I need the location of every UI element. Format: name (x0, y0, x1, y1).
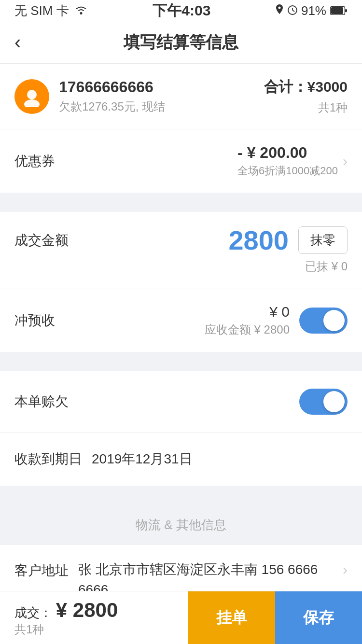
round-button[interactable]: 抹零 (298, 226, 348, 254)
customer-card: 17666666666 欠款1276.35元, 现结 合计：¥3000 共1种 … (0, 64, 362, 193)
prepay-section: 冲预收 ¥ 0 应收金额 ¥ 2800 (0, 289, 362, 352)
divider-line-right (236, 525, 348, 525)
chevron-right-icon: › (343, 153, 348, 169)
section-divider-2 (0, 362, 362, 371)
bottom-bar: 成交： ¥ 2800 共1种 挂单 保存 (0, 591, 362, 644)
customer-sub-info: 欠款1276.35元, 现结 (59, 99, 264, 114)
section-divider-1 (0, 202, 362, 212)
bottom-amount: ¥ 2800 (56, 599, 118, 621)
svg-point-7 (27, 90, 37, 99)
prepay-row: 冲预收 ¥ 0 应收金额 ¥ 2800 (14, 304, 348, 337)
deal-amount-label: 成交金额 (14, 231, 69, 250)
page-title: 填写结算等信息 (124, 31, 238, 54)
debt-toggle[interactable] (299, 389, 348, 415)
bottom-summary: 成交： ¥ 2800 共1种 (0, 591, 188, 644)
coupon-right: - ¥ 200.00 全场6折满1000减200 › (237, 144, 348, 178)
amount-row: 成交金额 2800 抹零 (14, 226, 348, 254)
logistics-text: 物流 & 其他信息 (136, 517, 226, 533)
status-time: 下午4:03 (153, 1, 210, 21)
customer-phone: 17666666666 (59, 78, 264, 96)
status-bar: 无 SIM 卡 下午4:03 91% (0, 0, 362, 21)
clock-icon (288, 3, 297, 18)
coupon-info: - ¥ 200.00 全场6折满1000减200 (237, 144, 338, 178)
debt-label: 本单赊欠 (14, 392, 69, 411)
hold-button[interactable]: 挂单 (188, 591, 275, 644)
divider-line-left (14, 525, 126, 525)
debt-card: 本单赊欠 收款到期日 2019年12月31日 (0, 371, 362, 486)
section-divider-3 (0, 495, 362, 505)
status-left: 无 SIM 卡 (14, 2, 88, 19)
svg-rect-5 (331, 7, 343, 14)
toggle-knob (323, 310, 345, 331)
battery-icon (330, 3, 348, 18)
total-count: 共1种 (264, 100, 348, 115)
prepay-right: ¥ 0 应收金额 ¥ 2800 (205, 304, 348, 337)
duedate-label: 收款到期日 (14, 450, 82, 468)
coupon-sub: 全场6折满1000减200 (237, 164, 338, 178)
save-button[interactable]: 保存 (275, 591, 362, 644)
battery-label: 91% (301, 3, 326, 18)
content-area: 17666666666 欠款1276.35元, 现结 合计：¥3000 共1种 … (0, 64, 362, 644)
status-right: 91% (275, 3, 348, 18)
address-label: 客户地址 (14, 560, 69, 580)
customer-info: 17666666666 欠款1276.35元, 现结 (59, 78, 264, 114)
debt-section: 本单赊欠 (0, 371, 362, 432)
deal-amount-sub: 已抹 ¥ 0 (14, 259, 348, 274)
bottom-summary-line1: 成交： ¥ 2800 (14, 599, 174, 622)
prepay-sub: 应收金额 ¥ 2800 (205, 322, 290, 337)
location-icon (275, 3, 284, 18)
nav-bar: ‹ 填写结算等信息 (0, 21, 362, 64)
amount-section: 成交金额 2800 抹零 已抹 ¥ 0 (0, 212, 362, 289)
amount-value-group: 2800 抹零 (228, 226, 348, 254)
duedate-value: 2019年12月31日 (92, 450, 193, 468)
prepay-label: 冲预收 (14, 311, 55, 330)
customer-row: 17666666666 欠款1276.35元, 现结 合计：¥3000 共1种 (0, 64, 362, 129)
prepay-amount: ¥ 0 (205, 304, 290, 320)
logistics-divider: 物流 & 其他信息 (0, 505, 362, 545)
wifi-icon (74, 3, 88, 18)
svg-line-3 (292, 10, 294, 12)
svg-rect-6 (345, 9, 347, 12)
debt-toggle-knob (323, 391, 345, 412)
sim-label: 无 SIM 卡 (14, 2, 69, 19)
back-button[interactable]: ‹ (14, 31, 43, 53)
address-chevron-icon: › (343, 560, 348, 578)
coupon-label: 优惠券 (14, 152, 55, 170)
coupon-row[interactable]: 优惠券 - ¥ 200.00 全场6折满1000减200 › (0, 129, 362, 193)
svg-point-0 (80, 12, 82, 14)
bottom-label: 成交： (14, 605, 52, 620)
deal-amount-card: 成交金额 2800 抹零 已抹 ¥ 0 冲预收 ¥ 0 应收金额 ¥ 2800 (0, 212, 362, 352)
avatar (14, 79, 49, 114)
svg-point-8 (24, 99, 40, 107)
total-amount: 合计：¥3000 (264, 77, 348, 97)
duedate-section: 收款到期日 2019年12月31日 (0, 432, 362, 486)
coupon-discount: - ¥ 200.00 (237, 144, 338, 162)
deal-amount-value: 2800 (228, 227, 289, 254)
bottom-count: 共1种 (14, 622, 174, 637)
prepay-toggle[interactable] (299, 308, 348, 334)
customer-total: 合计：¥3000 共1种 (264, 77, 348, 115)
prepay-values: ¥ 0 应收金额 ¥ 2800 (205, 304, 290, 337)
